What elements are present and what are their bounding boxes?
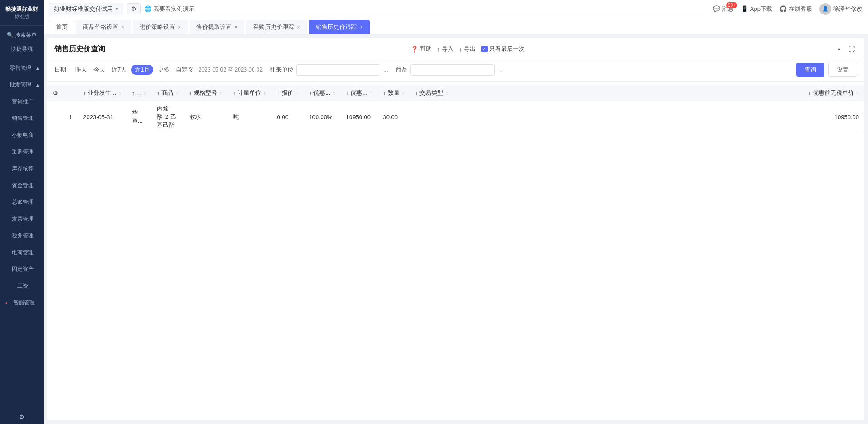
- import-icon: ↑: [437, 46, 440, 53]
- sidebar-item-payroll[interactable]: 工资: [0, 278, 44, 294]
- tab-purchase-strategy-label: 进价策略设置: [140, 23, 175, 31]
- export-button[interactable]: ↓ 导出: [459, 45, 476, 53]
- help-icon: ❓: [411, 46, 418, 53]
- cell-no-tax-price: 10950.00: [803, 101, 864, 133]
- sidebar-item-payroll-label: 工资: [5, 282, 40, 290]
- maximize-window-button[interactable]: ⛶: [846, 43, 857, 54]
- table-body: 1 2023-05-31 华查... 丙烯酸-2-乙基己酯 散水 吨 0.00 …: [47, 101, 864, 133]
- sort-asc-icon: ↑: [383, 89, 386, 96]
- cell-gear: [47, 101, 63, 133]
- sidebar: 畅捷通好业财 标准版 🔍 搜索菜单 快捷导航 零售管理 ▲ 批发管理 ▲ 营销推…: [0, 0, 44, 424]
- sidebar-item-invoice[interactable]: 发票管理: [0, 211, 44, 227]
- th-discount2[interactable]: ↑ 优惠... ↕: [341, 85, 378, 101]
- sidebar-search-label: 搜索菜单: [15, 32, 37, 38]
- sidebar-item-ecommerce[interactable]: 电商管理: [0, 244, 44, 261]
- product-dots[interactable]: ...: [497, 66, 503, 73]
- sidebar-item-inventory[interactable]: 库存核算: [0, 160, 44, 177]
- sidebar-item-ecommerce-small[interactable]: 小畅电商: [0, 127, 44, 144]
- sidebar-item-general-ledger[interactable]: 总账管理: [0, 194, 44, 211]
- query-actions: 查询 设置: [796, 63, 857, 77]
- cell-discount1: 100.00%: [303, 101, 341, 133]
- table-row: 1 2023-05-31 华查... 丙烯酸-2-乙基己酯 散水 吨 0.00 …: [47, 101, 864, 133]
- th-quantity[interactable]: ↑ 数量 ↕: [377, 85, 410, 101]
- export-label: 导出: [464, 45, 476, 53]
- online-service-button[interactable]: 🎧 在线客服: [780, 5, 812, 13]
- tab-sale-extract-label: 售价提取设置: [196, 23, 232, 31]
- th-product[interactable]: ↑ 商品 ↕: [151, 85, 184, 101]
- th-dots[interactable]: ↑ ... ↕: [127, 85, 152, 101]
- tab-product-price[interactable]: 商品价格设置 ×: [76, 20, 131, 34]
- tab-sale-history[interactable]: 销售历史价跟踪 ×: [309, 20, 370, 34]
- filter-row: 日期 昨天 今天 近7天 近1月 更多 自定义 2023-05-02 至 202…: [47, 58, 864, 82]
- sidebar-item-marketing[interactable]: 营销推广: [0, 93, 44, 110]
- sidebar-item-wholesale[interactable]: 批发管理 ▲: [0, 77, 44, 93]
- header-settings-button[interactable]: ⚙: [127, 3, 141, 14]
- version-selector-text: 好业财标准版交付试用: [54, 5, 113, 13]
- search-icon: 🔍: [7, 32, 14, 38]
- message-badge: 99+: [726, 2, 737, 8]
- close-icon[interactable]: ×: [178, 24, 181, 30]
- sort-icon: ↕: [402, 91, 404, 96]
- messages-button[interactable]: 💬 消息 99+: [713, 5, 734, 13]
- th-no-tax-price[interactable]: ↑ 优惠前无税单价 ↕: [803, 85, 864, 101]
- close-icon[interactable]: ×: [297, 24, 300, 30]
- sidebar-item-purchase[interactable]: 采购管理: [0, 144, 44, 160]
- sidebar-item-smart[interactable]: 智能管理: [0, 294, 44, 311]
- tab-purchase-history[interactable]: 采购历史价跟踪 ×: [246, 20, 307, 34]
- sidebar-item-ecommerce-label: 电商管理: [5, 249, 40, 256]
- th-gear[interactable]: ⚙: [47, 85, 63, 101]
- quicknav-label: 快捷导航: [11, 46, 33, 52]
- sidebar-item-capital[interactable]: 资金管理: [0, 177, 44, 194]
- tab-sale-extract[interactable]: 售价提取设置 ×: [190, 20, 244, 34]
- settings-button[interactable]: 设置: [828, 63, 857, 77]
- close-icon[interactable]: ×: [234, 24, 238, 30]
- sort-icon: ↕: [220, 91, 222, 96]
- sidebar-search[interactable]: 🔍 搜索菜单: [0, 28, 44, 43]
- sidebar-item-sales[interactable]: 销售管理: [0, 110, 44, 127]
- th-price[interactable]: ↑ 报价 ↕: [272, 85, 304, 101]
- demo-link[interactable]: 🌐 我要看实例演示: [144, 5, 195, 13]
- close-icon[interactable]: ×: [121, 24, 124, 30]
- th-unit[interactable]: ↑ 计量单位 ↕: [228, 85, 272, 101]
- sidebar-quicknav[interactable]: 快捷导航: [0, 43, 44, 56]
- sort-icon: ↕: [176, 91, 178, 96]
- date-btn-yesterday[interactable]: 昨天: [73, 65, 89, 75]
- date-btn-more[interactable]: 更多: [156, 65, 171, 75]
- help-button[interactable]: ❓ 帮助: [411, 45, 432, 53]
- sidebar-logo: 畅捷通好业财 标准版: [0, 0, 44, 26]
- app-download-label: App下载: [750, 5, 772, 13]
- sidebar-item-capital-label: 资金管理: [5, 182, 40, 189]
- from-unit-dots[interactable]: ...: [383, 66, 389, 73]
- sidebar-item-tax[interactable]: 税务管理: [0, 227, 44, 244]
- close-icon[interactable]: ×: [360, 24, 363, 30]
- user-name: 徐泽华修改: [833, 5, 863, 13]
- tab-home[interactable]: 首页: [49, 20, 74, 34]
- avatar: 👤: [819, 3, 831, 15]
- tab-purchase-strategy[interactable]: 进价策略设置 ×: [133, 20, 188, 34]
- import-button[interactable]: ↑ 导入: [437, 45, 454, 53]
- query-button[interactable]: 查询: [796, 63, 824, 77]
- th-discount1[interactable]: ↑ 优惠... ↕: [303, 85, 341, 101]
- date-btn-custom[interactable]: 自定义: [174, 65, 195, 75]
- from-unit-input[interactable]: [300, 67, 376, 73]
- sidebar-item-fixed-assets[interactable]: 固定资产: [0, 261, 44, 278]
- sidebar-settings[interactable]: ⚙: [0, 410, 44, 424]
- version-selector[interactable]: 好业财标准版交付试用 ▾: [49, 3, 123, 15]
- date-btn-1month[interactable]: 近1月: [131, 65, 153, 75]
- date-btn-today[interactable]: 今天: [92, 65, 107, 75]
- th-biz-date[interactable]: ↑ 业务发生... ↕: [78, 85, 127, 101]
- user-menu[interactable]: 👤 徐泽华修改: [819, 3, 863, 15]
- sidebar-item-retail[interactable]: 零售管理 ▲: [0, 60, 44, 77]
- sidebar-item-marketing-label: 营销推广: [5, 98, 40, 106]
- date-btn-7days[interactable]: 近7天: [110, 65, 128, 75]
- close-window-button[interactable]: ×: [834, 43, 844, 54]
- page-title: 销售历史价查询: [54, 44, 105, 54]
- only-last-checkbox[interactable]: ✓ 只看最后一次: [481, 45, 525, 53]
- app-download-button[interactable]: 📱 App下载: [741, 5, 772, 13]
- chevron-up-icon: ▲: [35, 82, 40, 87]
- th-spec[interactable]: ↑ 规格型号 ↕: [184, 85, 228, 101]
- sort-icon: ↕: [296, 91, 298, 96]
- sidebar-item-tax-label: 税务管理: [5, 232, 40, 240]
- th-tx-type[interactable]: ↑ 交易类型 ↕: [410, 85, 454, 101]
- product-input[interactable]: [414, 67, 491, 73]
